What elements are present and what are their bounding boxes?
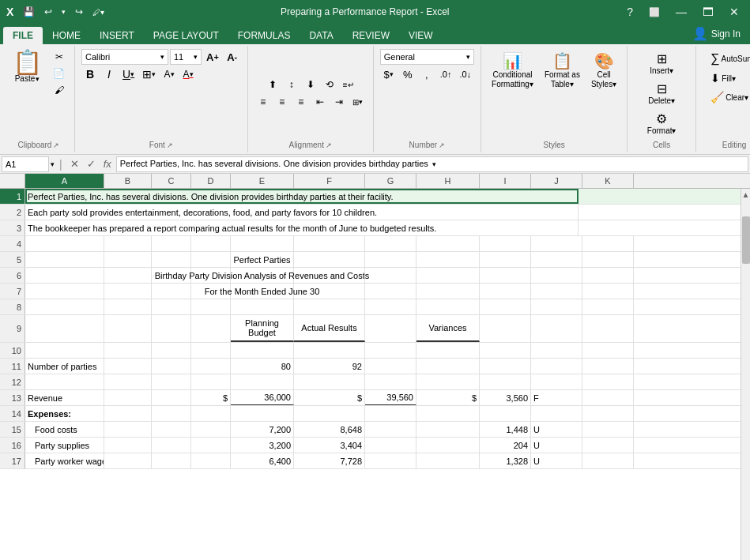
quick-customize-btn[interactable]: 🖊▾ xyxy=(89,6,107,18)
cell-a11[interactable]: Number of parties xyxy=(25,359,104,374)
sign-in-btn[interactable]: 👤 Sign In xyxy=(683,23,750,44)
fill-button[interactable]: ⬇ Fill▾ xyxy=(707,70,750,87)
cell-b14[interactable] xyxy=(104,406,152,421)
cell-b7[interactable] xyxy=(104,284,152,299)
cell-b4[interactable] xyxy=(104,236,152,251)
cell-j7[interactable] xyxy=(531,284,582,299)
cell-e9[interactable]: PlanningBudget xyxy=(231,315,294,342)
cell-e5[interactable]: Perfect Parties xyxy=(231,252,294,267)
clipboard-expand-icon[interactable]: ↗ xyxy=(53,141,59,149)
col-header-h[interactable]: H xyxy=(416,174,480,188)
align-center-button[interactable]: ≡ xyxy=(273,94,291,110)
tab-data[interactable]: DATA xyxy=(300,27,342,44)
cell-b12[interactable] xyxy=(104,374,152,389)
percent-button[interactable]: % xyxy=(399,66,416,82)
cell-h9[interactable]: Variances xyxy=(416,315,480,342)
quick-undo-dropdown[interactable]: ▾ xyxy=(58,6,69,17)
cell-h10[interactable] xyxy=(416,343,480,358)
cell-k10[interactable] xyxy=(582,343,634,358)
cell-d15[interactable] xyxy=(191,422,231,437)
cell-k11[interactable] xyxy=(582,359,634,374)
cell-b5[interactable] xyxy=(104,252,152,267)
cell-i13[interactable]: 3,560 xyxy=(480,390,531,405)
cell-j17[interactable]: U xyxy=(531,453,582,468)
cell-d8[interactable] xyxy=(191,299,231,314)
cell-i16[interactable]: 204 xyxy=(480,438,531,453)
tab-home[interactable]: HOME xyxy=(43,27,90,44)
row-num-6[interactable]: 6 xyxy=(0,268,25,283)
cell-i5[interactable] xyxy=(480,252,531,267)
cell-f16[interactable]: 3,404 xyxy=(294,438,365,453)
shrink-font-button[interactable]: A- xyxy=(224,49,241,65)
cell-b13[interactable] xyxy=(104,390,152,405)
font-name-dropdown[interactable]: Calibri ▾ xyxy=(81,49,168,65)
cell-k13[interactable] xyxy=(582,390,634,405)
wrap-text-button[interactable]: ≡↵ xyxy=(340,77,357,92)
cell-f12[interactable] xyxy=(294,374,365,389)
format-as-table-button[interactable]: 📋 Format asTable▾ xyxy=(541,49,584,92)
alignment-expand-icon[interactable]: ↗ xyxy=(326,141,332,149)
cell-k12[interactable] xyxy=(582,374,634,389)
cell-g6[interactable] xyxy=(365,268,416,283)
cell-e14[interactable] xyxy=(231,406,294,421)
formula-input[interactable]: Perfect Parties, Inc. has several divisi… xyxy=(116,156,748,172)
cell-f11[interactable]: 92 xyxy=(294,359,365,374)
cell-k15[interactable] xyxy=(582,422,634,437)
cell-g14[interactable] xyxy=(365,406,416,421)
cell-d14[interactable] xyxy=(191,406,231,421)
cell-h6[interactable] xyxy=(416,268,480,283)
cell-k5[interactable] xyxy=(582,252,634,267)
cell-i10[interactable] xyxy=(480,343,531,358)
cell-k17[interactable] xyxy=(582,453,634,468)
autosum-button[interactable]: ∑ AutoSum▾ xyxy=(707,49,750,68)
col-header-a[interactable]: A xyxy=(25,174,104,188)
col-header-i[interactable]: I xyxy=(480,174,531,188)
cell-b16[interactable] xyxy=(104,438,152,453)
insert-function-btn[interactable]: fx xyxy=(100,158,115,170)
cell-i4[interactable] xyxy=(480,236,531,251)
cell-h11[interactable] xyxy=(416,359,480,374)
cell-d4[interactable] xyxy=(191,236,231,251)
delete-cells-button[interactable]: ⊟ Delete▾ xyxy=(638,79,685,107)
minimize-btn[interactable]: — xyxy=(671,6,692,18)
cell-d11[interactable] xyxy=(191,359,231,374)
cell-j13[interactable]: F xyxy=(531,390,582,405)
cell-a15[interactable]: Food costs xyxy=(25,422,104,437)
cell-h17[interactable] xyxy=(416,453,480,468)
decrease-indent-button[interactable]: ⇤ xyxy=(311,94,329,110)
cell-h8[interactable] xyxy=(416,299,480,314)
cell-h16[interactable] xyxy=(416,438,480,453)
row-num-10[interactable]: 10 xyxy=(0,343,25,358)
cell-d10[interactable] xyxy=(191,343,231,358)
row-num-5[interactable]: 5 xyxy=(0,252,25,267)
cell-k16[interactable] xyxy=(582,438,634,453)
cell-k6[interactable] xyxy=(582,268,634,283)
col-header-e[interactable]: E xyxy=(231,174,294,188)
cell-g8[interactable] xyxy=(365,299,416,314)
cell-d12[interactable] xyxy=(191,374,231,389)
cell-h7[interactable] xyxy=(416,284,480,299)
cell-e11[interactable]: 80 xyxy=(231,359,294,374)
cell-i11[interactable] xyxy=(480,359,531,374)
font-color-button[interactable]: A▾ xyxy=(179,66,197,82)
cell-e10[interactable] xyxy=(231,343,294,358)
maximize-btn[interactable]: 🗖 xyxy=(698,6,718,18)
cell-h15[interactable] xyxy=(416,422,480,437)
row-num-16[interactable]: 16 xyxy=(0,438,25,453)
cell-f13[interactable]: $ xyxy=(294,390,365,405)
cell-g7[interactable] xyxy=(365,284,416,299)
row-num-9[interactable]: 9 xyxy=(0,315,25,342)
cell-f9[interactable]: Actual Results xyxy=(294,315,365,342)
name-box-dropdown[interactable]: ▾ xyxy=(51,160,55,168)
cell-g11[interactable] xyxy=(365,359,416,374)
cell-j8[interactable] xyxy=(531,299,582,314)
fill-color-button[interactable]: A▾ xyxy=(160,66,178,82)
number-format-dropdown[interactable]: General ▾ xyxy=(380,49,474,65)
cell-j11[interactable] xyxy=(531,359,582,374)
cell-g10[interactable] xyxy=(365,343,416,358)
cell-c11[interactable] xyxy=(152,359,191,374)
cell-j14[interactable] xyxy=(531,406,582,421)
tab-view[interactable]: VIEW xyxy=(399,27,443,44)
cell-e7[interactable]: For the Month Ended June 30 xyxy=(231,284,294,299)
cell-i9[interactable] xyxy=(480,315,531,342)
